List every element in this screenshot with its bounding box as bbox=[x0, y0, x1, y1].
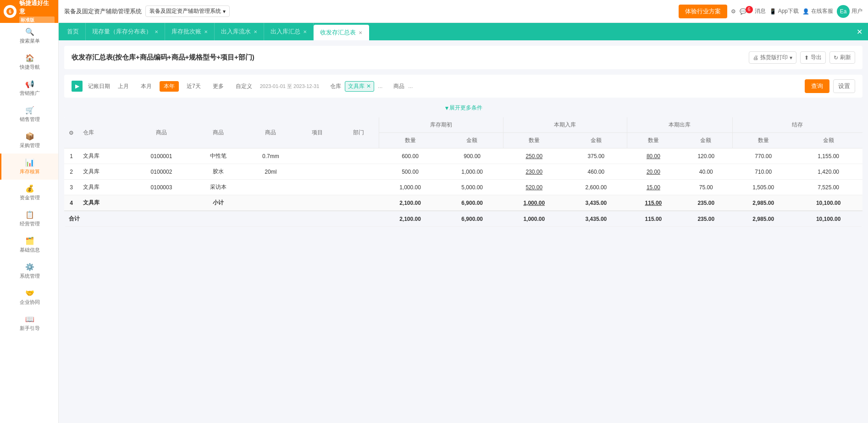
th-opening: 库存期初 bbox=[379, 117, 503, 133]
refresh-button[interactable]: ↻ 刷新 bbox=[829, 51, 855, 64]
th-product-code: 商品 bbox=[130, 117, 192, 148]
query-button[interactable]: 查询 bbox=[805, 79, 829, 93]
chevron-down-icon: ▾ bbox=[223, 8, 226, 15]
date-btn-this-month[interactable]: 本月 bbox=[137, 81, 156, 92]
tab-batch-close[interactable]: ✕ bbox=[204, 29, 208, 34]
user-label: 用户 bbox=[851, 7, 862, 15]
print-button[interactable]: 🖨 拣货版打印 ▾ bbox=[749, 51, 796, 64]
app-download-btn[interactable]: 📱 App下载 bbox=[769, 7, 799, 15]
sidebar-item-quicknav[interactable]: 🏠 快捷导航 bbox=[0, 49, 58, 75]
row1-out-qty[interactable]: 80.00 bbox=[627, 148, 680, 164]
row3-code: 0100003 bbox=[130, 180, 192, 195]
tab-inout-flow-label: 出入库流水 bbox=[221, 27, 251, 36]
tab-inout-flow[interactable]: 出入库流水 ✕ bbox=[215, 23, 264, 40]
th-in: 本期入库 bbox=[503, 117, 627, 133]
sidebar-item-cooperation[interactable]: 🤝 企业协同 bbox=[0, 284, 58, 310]
tab-inventory-dist[interactable]: 现存量（库存分布表） ✕ bbox=[86, 23, 165, 40]
sidebar-item-marketing[interactable]: 📢 营销推广 bbox=[0, 75, 58, 101]
row3-name: 采访本 bbox=[193, 180, 244, 195]
table-row: 1 文具库 0100001 中性笔 0.7mm 600.00 900.00 25… bbox=[64, 148, 862, 164]
row3-out-amt: 75.00 bbox=[680, 180, 732, 195]
sidebar-item-sales[interactable]: 🛒 销售管理 bbox=[0, 101, 58, 127]
product-label: 商品 bbox=[393, 82, 404, 90]
sidebar-label-purchase: 采购管理 bbox=[20, 142, 40, 149]
data-table: ⚙ 仓库 商品 商品 商品 项目 部门 库存期初 本期入库 本期出库 结存 数量 bbox=[64, 117, 862, 227]
tab-home[interactable]: 首页 bbox=[61, 23, 86, 40]
warehouse-more[interactable]: ... bbox=[378, 83, 382, 89]
date-btn-this-year[interactable]: 本年 bbox=[160, 81, 179, 92]
th-opening-amt: 金额 bbox=[441, 133, 503, 148]
th-project: 项目 bbox=[297, 117, 338, 148]
sidebar-item-purchase[interactable]: 📦 采购管理 bbox=[0, 127, 58, 154]
row4-out-qty[interactable]: 115.00 bbox=[627, 195, 680, 211]
row3-in-qty[interactable]: 520.00 bbox=[503, 180, 565, 195]
trial-button[interactable]: 体验行业方案 bbox=[679, 5, 727, 18]
date-btn-last-month[interactable]: 上月 bbox=[114, 81, 133, 92]
expand-conditions-row[interactable]: ▼ 展开更多条件 bbox=[64, 102, 862, 114]
logo-icon: 6 bbox=[4, 5, 17, 18]
sidebar-label-quicknav: 快捷导航 bbox=[20, 64, 40, 71]
filter-expand-icon[interactable]: ▶ bbox=[72, 81, 83, 92]
sidebar-item-search[interactable]: 🔍 搜索菜单 bbox=[0, 23, 58, 49]
system-selector[interactable]: 装备及固定资产辅助管理系统 ▾ bbox=[145, 5, 230, 17]
product-more[interactable]: ... bbox=[408, 83, 413, 89]
row2-closing-qty: 710.00 bbox=[732, 164, 794, 180]
sidebar-item-inventory[interactable]: 📊 库存核算 bbox=[0, 154, 58, 180]
row4-dept bbox=[338, 195, 379, 211]
row1-opening-amt: 900.00 bbox=[441, 148, 503, 164]
sidebar-label-marketing: 营销推广 bbox=[20, 90, 40, 97]
sidebar-label-basic: 基础信息 bbox=[20, 247, 40, 253]
tab-inout-summary[interactable]: 出入库汇总 ✕ bbox=[264, 23, 314, 40]
tab-inventory-dist-label: 现存量（库存分布表） bbox=[92, 27, 152, 36]
th-warehouse: 仓库 bbox=[78, 117, 130, 148]
filter-setting-button[interactable]: 设置 bbox=[833, 79, 855, 93]
th-out-qty: 数量 bbox=[627, 133, 680, 148]
footer-opening-amt: 6,900.00 bbox=[441, 211, 503, 227]
user-btn[interactable]: Ea 用户 bbox=[837, 5, 862, 18]
sidebar-item-system[interactable]: ⚙️ 系统管理 bbox=[0, 258, 58, 284]
row2-in-qty[interactable]: 230.00 bbox=[503, 164, 565, 180]
sidebar-item-finance[interactable]: 💰 资金管理 bbox=[0, 180, 58, 206]
row2-out-qty[interactable]: 20.00 bbox=[627, 164, 680, 180]
row1-project bbox=[297, 148, 338, 164]
th-closing-qty: 数量 bbox=[732, 133, 794, 148]
sidebar-item-operation[interactable]: 📋 经营管理 bbox=[0, 206, 58, 232]
row1-in-qty[interactable]: 250.00 bbox=[503, 148, 565, 164]
tab-recv-summary[interactable]: 收发存汇总表 ✕ bbox=[314, 25, 369, 40]
date-btn-custom[interactable]: 自定义 bbox=[232, 81, 256, 92]
tab-batch-label: 库存批次账 bbox=[171, 27, 201, 36]
message-btn[interactable]: 💬 6 消息 bbox=[740, 7, 766, 15]
tab-inventory-dist-close[interactable]: ✕ bbox=[155, 29, 158, 34]
row3-closing-amt: 7,525.00 bbox=[794, 180, 862, 195]
row4-in-amt: 3,435.00 bbox=[565, 195, 627, 211]
sidebar-label-guide: 新手引导 bbox=[20, 325, 40, 332]
sidebar-item-basic[interactable]: 🗂️ 基础信息 bbox=[0, 232, 58, 258]
footer-label: 合计 bbox=[64, 211, 379, 227]
warehouse-chip[interactable]: 文具库 ✕ bbox=[345, 81, 374, 92]
tabs-bar: 首页 现存量（库存分布表） ✕ 库存批次账 ✕ 出入库流水 ✕ 出入库汇总 ✕ … bbox=[59, 23, 868, 40]
message-label: 消息 bbox=[755, 7, 766, 15]
online-service-btn[interactable]: 👤 在线客服 bbox=[802, 7, 833, 15]
date-btn-7days[interactable]: 近7天 bbox=[182, 81, 205, 92]
tab-inout-summary-close[interactable]: ✕ bbox=[303, 29, 307, 34]
tab-batch[interactable]: 库存批次账 ✕ bbox=[165, 23, 215, 40]
export-button[interactable]: ⬆ 导出 bbox=[800, 51, 826, 64]
warehouse-chip-text: 文具库 bbox=[348, 82, 365, 90]
row1-no: 1 bbox=[64, 148, 78, 164]
tab-inout-flow-close[interactable]: ✕ bbox=[254, 29, 257, 34]
row4-closing-amt: 10,100.00 bbox=[794, 195, 862, 211]
tabs-close-all[interactable]: ✕ bbox=[853, 27, 866, 36]
svg-text:6: 6 bbox=[9, 9, 11, 14]
row4-in-qty[interactable]: 1,000.00 bbox=[503, 195, 565, 211]
sidebar-item-guide[interactable]: 📖 新手引导 bbox=[0, 310, 58, 336]
date-btn-more[interactable]: 更多 bbox=[209, 81, 228, 92]
settings-col-header[interactable]: ⚙ bbox=[64, 117, 78, 148]
row3-out-qty[interactable]: 15.00 bbox=[627, 180, 680, 195]
tab-recv-summary-close[interactable]: ✕ bbox=[359, 30, 362, 35]
page-title-actions: 🖨 拣货版打印 ▾ ⬆ 导出 ↻ 刷新 bbox=[749, 51, 855, 64]
settings-icon-btn[interactable]: ⚙ bbox=[731, 8, 736, 15]
sidebar-label-cooperation: 企业协同 bbox=[20, 299, 40, 306]
row3-no: 3 bbox=[64, 180, 78, 195]
warehouse-chip-close[interactable]: ✕ bbox=[366, 83, 371, 89]
table-row: 3 文具库 0100003 采访本 1,000.00 5,000.00 520.… bbox=[64, 180, 862, 195]
